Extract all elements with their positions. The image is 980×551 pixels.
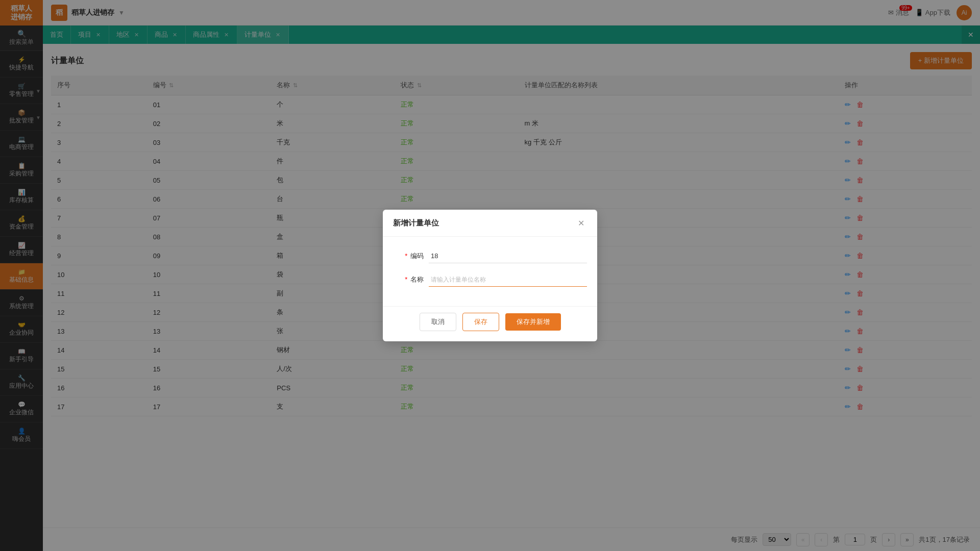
name-required-star: * [405, 276, 407, 283]
name-input[interactable] [429, 272, 587, 287]
name-form-row: * 名称 [393, 272, 587, 287]
name-label: * 名称 [393, 275, 424, 284]
add-unit-modal: 新增计量单位 ✕ * 编码 * 名称 取消 保存 保存并新增 [383, 210, 597, 341]
code-form-row: * 编码 [393, 249, 587, 263]
modal-body: * 编码 * 名称 [383, 237, 597, 306]
code-input[interactable] [429, 249, 587, 263]
cancel-button[interactable]: 取消 [420, 313, 456, 331]
save-and-new-button[interactable]: 保存并新增 [505, 313, 561, 331]
modal-footer: 取消 保存 保存并新增 [383, 306, 597, 341]
save-button[interactable]: 保存 [462, 313, 499, 331]
code-required-star: * [405, 252, 407, 260]
modal-overlay: 新增计量单位 ✕ * 编码 * 名称 取消 保存 保存并新增 [0, 0, 980, 551]
code-label: * 编码 [393, 252, 424, 261]
modal-header: 新增计量单位 ✕ [383, 210, 597, 237]
modal-close-button[interactable]: ✕ [575, 217, 587, 229]
modal-title: 新增计量单位 [393, 218, 439, 228]
